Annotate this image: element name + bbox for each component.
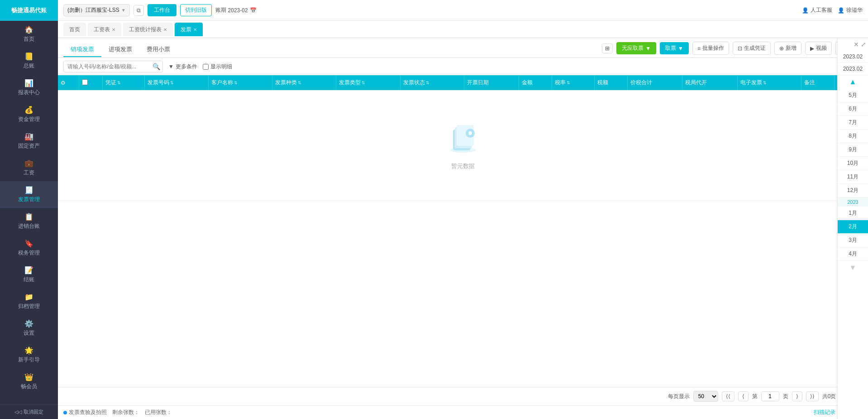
chevron-up-icon: ▲ [849, 78, 857, 86]
col-customer[interactable]: 客户名称⇅ [209, 75, 272, 90]
first-page-button[interactable]: ⟨⟨ [722, 391, 734, 401]
year-2023-label[interactable]: 2023 [838, 197, 868, 207]
workbench-button[interactable]: 工作台 [148, 4, 176, 16]
add-button[interactable]: ⊕ 新增 [774, 42, 801, 55]
date-year-nav-down[interactable]: ▼ [838, 261, 868, 275]
sort-icon3: ⇅ [234, 81, 238, 85]
sidebar-item-ledger[interactable]: 📒 总账 [0, 48, 58, 74]
sidebar-item-tax-mgmt[interactable]: 🔖 税务管理 [0, 235, 58, 261]
next-page-button[interactable]: ⟩ [792, 391, 802, 401]
generate-voucher-button[interactable]: ⊡ 生成凭证 [733, 42, 771, 55]
date-panel-close-button[interactable]: ✕ [854, 41, 859, 48]
sidebar-item-payroll[interactable]: 💼 工资 [0, 154, 58, 181]
batch-ops-button[interactable]: ≡ 批量操作 [692, 42, 729, 55]
company-selector[interactable]: (勿删）江西服宝-LSS ▼ [63, 4, 130, 16]
show-detail-checkbox[interactable]: 显示明细 [203, 63, 232, 71]
tab-payroll-stats-close-icon[interactable]: ✕ [163, 27, 167, 32]
col-voucher[interactable]: 凭证⇅ [102, 75, 144, 90]
last-page-button[interactable]: ⟩⟩ [806, 391, 819, 401]
tab-invoice[interactable]: 发票 ✕ [175, 23, 203, 36]
topbar: (勿删）江西服宝-LSS ▼ ⧉ 工作台 切到旧版 账期 2023-02 📅 👤… [58, 0, 868, 21]
sidebar-item-reports[interactable]: 📊 报表中心 [0, 74, 58, 101]
date-item-2023-02-second[interactable]: 2023.02 [838, 63, 868, 75]
col-open-date[interactable]: 开票日期 [464, 75, 519, 90]
date-item-11[interactable]: 11月 [838, 170, 868, 184]
date-item-2023-3[interactable]: 3月 [838, 234, 868, 247]
col-tax-code[interactable]: 税局代开 [682, 75, 737, 90]
search-button[interactable]: 🔍 [153, 63, 160, 70]
date-year-nav[interactable]: ▲ [838, 75, 868, 89]
sidebar-item-invoice-mgmt[interactable]: 🧾 发票管理 [0, 181, 58, 208]
col-electronic[interactable]: 电子发票⇅ [737, 75, 801, 90]
view-toggle[interactable]: ⊞ [602, 43, 613, 53]
search-input[interactable] [63, 61, 163, 72]
col-checkbox[interactable] [79, 75, 103, 90]
date-item-8[interactable]: 8月 [838, 130, 868, 143]
sidebar-item-fixed-assets[interactable]: 🏭 固定资产 [0, 128, 58, 154]
no-deduct-button[interactable]: 无应取票 ▼ [616, 42, 656, 54]
ledger-icon: 📒 [24, 52, 33, 61]
more-filter-button[interactable]: ▼ 更多条件 [168, 63, 197, 71]
tab-payroll-label: 工资表 [94, 26, 110, 34]
subtab-expense[interactable]: 费用小票 [139, 43, 177, 57]
tab-payroll-stats[interactable]: 工资统计报表 ✕ [123, 23, 173, 36]
sidebar-pin-btn[interactable]: ◁◁ 取消固定 [0, 405, 58, 419]
date-item-2023-1[interactable]: 1月 [838, 207, 868, 220]
tab-payroll-close-icon[interactable]: ✕ [112, 27, 115, 32]
col-tax-rate[interactable]: 税率⇅ [552, 75, 594, 90]
col-amount[interactable]: 金额 [519, 75, 552, 90]
deduct-button[interactable]: 取票 ▼ [660, 42, 689, 54]
invoice-check[interactable]: 发票查验及拍照 [63, 409, 107, 416]
select-all-checkbox[interactable] [82, 79, 88, 85]
archive-icon: 📁 [24, 293, 33, 301]
subtab-sales[interactable]: 销项发票 [63, 43, 101, 57]
tab-payroll[interactable]: 工资表 ✕ [88, 23, 121, 36]
page-input[interactable] [761, 391, 779, 401]
date-item-9[interactable]: 9月 [838, 143, 868, 157]
copy-button[interactable]: ⧉ [134, 5, 144, 16]
date-panel-expand-button[interactable]: ⤢ [861, 41, 866, 48]
date-item-6[interactable]: 6月 [838, 102, 868, 116]
sidebar-item-funds[interactable]: 💰 资金管理 [0, 101, 58, 128]
col-invoice-status[interactable]: 发票状态⇅ [400, 75, 464, 90]
date-item-2023-2[interactable]: 2月 [838, 220, 868, 234]
sidebar-item-home[interactable]: 🏠 首页 [0, 21, 58, 48]
tab-invoice-label: 发票 [181, 26, 191, 34]
prev-page-button[interactable]: ⟨ [738, 391, 749, 401]
date-item-12[interactable]: 12月 [838, 184, 868, 197]
video-button[interactable]: ▶ 视频 [805, 42, 832, 55]
subtab-purchase[interactable]: 进项发票 [101, 43, 139, 57]
sidebar-item-label: 进销台账 [18, 222, 40, 230]
home-icon: 🏠 [24, 25, 33, 34]
reports-icon: 📊 [24, 79, 33, 87]
chevron-down-icon-2: ▼ [849, 264, 857, 272]
guide-icon: 🌟 [24, 346, 33, 355]
tab-invoice-close-icon[interactable]: ✕ [193, 27, 197, 32]
col-remark[interactable]: 备注 [801, 75, 835, 90]
user-service[interactable]: 👤 人工客服 [802, 6, 832, 14]
tab-home[interactable]: 首页 [63, 23, 86, 36]
sidebar-item-settings[interactable]: ⚙️ 设置 [0, 315, 58, 342]
sidebar-item-archive[interactable]: 📁 归档管理 [0, 288, 58, 315]
sidebar-item-settlement[interactable]: 📝 结账 [0, 261, 58, 288]
col-invoice-type[interactable]: 发票种类⇅ [272, 75, 336, 90]
switch-version-button[interactable]: 切到旧版 [180, 4, 212, 16]
sidebar-item-guide[interactable]: 🌟 新手引导 [0, 342, 58, 368]
date-item-2023-02-top[interactable]: 2023.02 [838, 51, 868, 63]
sidebar-item-member[interactable]: 👑 畅会员 [0, 368, 58, 395]
col-tax[interactable]: 税额 [594, 75, 628, 90]
user-avatar[interactable]: 👤 徐溢华 [838, 6, 863, 14]
date-item-5[interactable]: 5月 [838, 89, 868, 102]
col-invoice-no[interactable]: 发票号码⇅ [145, 75, 209, 90]
sidebar-item-sales-ledger[interactable]: 📋 进销台账 [0, 208, 58, 235]
date-item-7[interactable]: 7月 [838, 116, 868, 130]
date-item-2023-4[interactable]: 4月 [838, 247, 868, 261]
scan-record-link[interactable]: 扫描记录 [814, 409, 835, 416]
date-item-10[interactable]: 10月 [838, 157, 868, 170]
page-size-select[interactable]: 50 10 20 100 [693, 391, 718, 402]
show-detail-input[interactable] [203, 64, 209, 70]
sidebar-item-label: 发票管理 [18, 196, 40, 203]
col-invoice-category[interactable]: 发票类型⇅ [336, 75, 400, 90]
col-total[interactable]: 价税合计 [628, 75, 682, 90]
col-settings[interactable]: ⚙ [58, 75, 79, 90]
